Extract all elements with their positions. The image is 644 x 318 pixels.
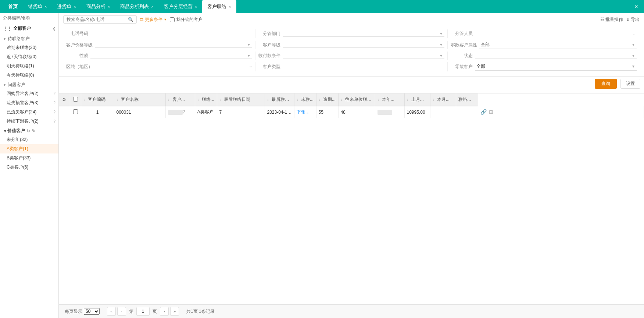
filter-search-input[interactable] [67, 17, 126, 22]
sidebar-item-problem[interactable]: 回购异常客户(2)? [0, 89, 58, 98]
adv-filter-input-3-1[interactable] [283, 63, 444, 70]
adv-filter-select-1-1[interactable]: ▼ [283, 42, 444, 48]
adv-filter-select-2-1[interactable]: ▼ [283, 53, 444, 59]
problem-customer-section[interactable]: ▼ 问题客户 [0, 80, 58, 89]
sidebar-item-problem[interactable]: 已流失客户(24)? [0, 107, 58, 117]
batch-operation-btn[interactable]: ☷ 批量操作 [600, 17, 623, 23]
content-area: 🔍 ⚖ 更多条件 ▼ 我分管的客户 ☷ 批量操作 ⇓ 导出 [59, 13, 644, 318]
row-name[interactable]: ? [165, 106, 195, 118]
nav-close-customer-contact[interactable]: × [229, 4, 231, 9]
help-icon[interactable]: ? [53, 110, 56, 114]
nav-close-customer-layer[interactable]: × [195, 4, 197, 9]
refresh-icon[interactable]: ↻ [26, 128, 30, 134]
dots-icon[interactable]: ··· [248, 64, 252, 69]
sort-icon-year[interactable]: ↕ [378, 98, 379, 102]
page-number-input[interactable] [136, 307, 150, 316]
adv-filter-select-1-2[interactable]: 全部▼ [479, 41, 637, 49]
filter-search-bar[interactable]: 🔍 [63, 15, 137, 24]
dots-icon[interactable]: ··· [633, 31, 637, 36]
sidebar-item-value[interactable]: 未分组(32) [0, 135, 58, 144]
sort-icon-way[interactable]: ↕ [267, 98, 269, 102]
adv-filter-cell-3-2: 零散客户全部▼ [448, 61, 640, 72]
nav-item-goods-analysis[interactable]: 商品分析 × [81, 0, 115, 13]
th-name: ↕ 客户名称 [114, 93, 165, 106]
th-prev-contact-label: 往来单位联系人 [345, 97, 375, 102]
sort-icon-type[interactable]: ↕ [168, 98, 170, 102]
nav-close-sales[interactable]: × [44, 4, 47, 9]
more-conditions-btn[interactable]: ⚖ 更多条件 ▼ [140, 17, 167, 23]
export-btn[interactable]: ⇓ 导出 [626, 17, 640, 23]
adv-filter-select-2-0[interactable]: ▼ [90, 53, 252, 59]
sort-icon-contacts[interactable]: ↕ [197, 98, 199, 102]
nav-item-purchase[interactable]: 进货单 × [52, 0, 81, 13]
nav-item-home[interactable]: 首页 [3, 0, 23, 13]
nav-item-goods-list[interactable]: 商品分析列表 × [115, 0, 158, 13]
my-customers-check[interactable]: 我分管的客户 [170, 17, 203, 23]
sort-icon-overdue[interactable]: ↕ [319, 98, 321, 102]
th-checkbox[interactable] [70, 93, 81, 106]
adv-filter-input-dots-0-2[interactable] [475, 30, 630, 37]
help-icon[interactable]: ? [53, 92, 56, 96]
sidebar-item-value[interactable]: B类客户(33) [0, 153, 58, 163]
link-icon[interactable]: 🔗 [480, 109, 487, 115]
prev-page-btn[interactable]: ‹ [117, 307, 126, 316]
adv-filter-input-0-0[interactable] [90, 30, 252, 37]
sort-icon-name[interactable]: ↕ [117, 98, 118, 102]
qr-icon[interactable]: ⊞ [489, 109, 493, 115]
adv-filter-cell-2-0: 性质▼ [63, 52, 255, 60]
sidebar-search-input[interactable] [3, 15, 58, 21]
close-all-btn[interactable]: × [631, 3, 641, 11]
sort-icon-unlink[interactable]: ↕ [297, 98, 298, 102]
select-all-checkbox[interactable] [73, 97, 78, 102]
row-checkbox[interactable] [70, 106, 81, 118]
help-icon[interactable]: ? [53, 101, 56, 105]
sidebar-item-pending[interactable]: 逾期未联络(30) [0, 43, 58, 52]
th-contacts-label: 联络... [202, 97, 214, 102]
adv-filter-input-dots-3-0[interactable] [95, 63, 246, 70]
sort-icon-lastmonth[interactable]: ↕ [407, 98, 409, 102]
adv-filter-select-3-2[interactable]: 全部▼ [475, 63, 637, 71]
query-button[interactable]: 查询 [595, 79, 617, 89]
sidebar-item-pending[interactable]: 明天待联络(1) [0, 61, 58, 71]
tri-down-icon: ▼ [3, 37, 6, 41]
page-size-select[interactable]: 每页显示 50 100 200 [65, 308, 100, 315]
sort-icon-code[interactable]: ↕ [83, 98, 85, 102]
last-page-btn[interactable]: » [170, 307, 179, 316]
sidebar-search-bar[interactable]: 🔍 [0, 13, 58, 23]
sidebar-collapse-icon[interactable]: ❮ [53, 26, 56, 31]
filter-search-icon[interactable]: 🔍 [128, 17, 133, 22]
row-last-way[interactable]: 下销货单 [294, 106, 316, 118]
sort-icon-date[interactable]: ↕ [219, 98, 221, 102]
th-settings[interactable]: ⚙ [59, 93, 70, 106]
value-customer-section[interactable]: ▼ 价值客户 ↻ ✎ [0, 126, 58, 135]
pending-contact-section[interactable]: ▼ 待联络客户 [0, 34, 58, 43]
settings-button[interactable]: 设置 [620, 79, 640, 89]
settings-value-icon[interactable]: ✎ [32, 128, 35, 134]
nav-close-goods-analysis[interactable]: × [108, 4, 110, 9]
sort-icon-thismonth[interactable]: ↕ [433, 98, 434, 102]
sidebar-item-pending[interactable]: 今天待联络(0) [0, 71, 58, 80]
adv-filter-select-0-1[interactable]: ▼ [283, 31, 444, 37]
nav-item-sales[interactable]: 销货单 × [23, 0, 52, 13]
sidebar-item-pending[interactable]: 近7天待联络(0) [0, 52, 58, 61]
nav-item-customer-layer[interactable]: 客户分层经营 × [159, 0, 202, 13]
nav-item-customer-contact[interactable]: 客户联络 × [202, 0, 236, 13]
sidebar-item-value[interactable]: C类客户(6) [0, 163, 58, 172]
my-customers-checkbox[interactable] [170, 17, 175, 22]
sidebar-item-problem[interactable]: 持续下滑客户(2)? [0, 117, 58, 126]
page-size-dropdown[interactable]: 50 100 200 [84, 308, 100, 315]
gear-icon[interactable]: ⚙ [62, 97, 66, 102]
first-page-btn[interactable]: « [107, 307, 116, 316]
adv-filter-select-1-0[interactable]: ▼ [95, 42, 252, 48]
sort-icon-prev[interactable]: ↕ [341, 98, 343, 102]
adv-filter-select-2-2[interactable]: ▼ [475, 53, 637, 59]
sidebar-item-problem[interactable]: 流失预警客户(3)? [0, 98, 58, 107]
chevron-down-icon: ▼ [632, 43, 635, 47]
sidebar-item-value[interactable]: A类客户(1) [0, 144, 58, 153]
nav-close-goods-list[interactable]: × [151, 4, 153, 9]
nav-close-purchase[interactable]: × [74, 4, 76, 9]
row-check-input[interactable] [73, 109, 78, 114]
all-customers-header[interactable]: ⋮⋮ 全部客户 ❮ [0, 23, 58, 34]
next-page-btn[interactable]: › [160, 307, 169, 316]
help-icon[interactable]: ? [53, 119, 56, 123]
